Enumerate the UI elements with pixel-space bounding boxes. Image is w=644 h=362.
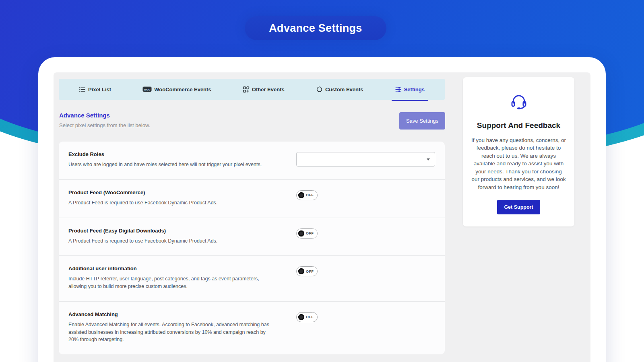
exclude-roles-select[interactable] bbox=[296, 152, 435, 167]
page-title: Advance Settings bbox=[245, 16, 386, 40]
grid-add-icon bbox=[243, 86, 250, 93]
setting-control: OFF bbox=[296, 266, 435, 276]
setting-control: OFF bbox=[296, 312, 435, 322]
toggle-state-label: OFF bbox=[306, 269, 314, 274]
toggle-state-label: OFF bbox=[306, 231, 314, 235]
svg-text:WOO: WOO bbox=[144, 88, 151, 90]
save-settings-button[interactable]: Save Settings bbox=[399, 112, 445, 130]
support-title: Support And Feedback bbox=[477, 121, 560, 130]
toggle-state-label: OFF bbox=[306, 315, 314, 319]
support-card: Support And Feedback If you have any que… bbox=[463, 77, 574, 226]
setting-text: Product Feed (Easy Digital Downloads) A … bbox=[68, 228, 296, 245]
section-title: Advance Settings bbox=[59, 112, 110, 119]
additional-user-info-toggle[interactable]: OFF bbox=[296, 266, 318, 276]
setting-text: Exclude Roles Users who are logged in an… bbox=[68, 151, 296, 169]
setting-row-product-feed-woocommerce: Product Feed (WooCommerce) A Product Fee… bbox=[59, 179, 445, 218]
tab-bar: Pixel List WOO WooCommerce Events Other … bbox=[59, 79, 445, 100]
main-card: Pixel List WOO WooCommerce Events Other … bbox=[38, 57, 606, 362]
setting-row-product-feed-edd: Product Feed (Easy Digital Downloads) A … bbox=[59, 218, 445, 256]
content-panel: Pixel List WOO WooCommerce Events Other … bbox=[54, 72, 590, 362]
tab-label: Settings bbox=[404, 86, 425, 93]
setting-title: Product Feed (Easy Digital Downloads) bbox=[68, 228, 284, 234]
tab-label: WooCommerce Events bbox=[154, 86, 211, 93]
setting-control bbox=[296, 152, 435, 167]
toggle-knob bbox=[298, 268, 304, 274]
setting-description: Include HTTP referrer, user language, po… bbox=[68, 275, 272, 290]
tab-woocommerce-events[interactable]: WOO WooCommerce Events bbox=[142, 79, 211, 100]
toggle-knob bbox=[298, 192, 304, 198]
tab-label: Pixel List bbox=[88, 86, 111, 93]
setting-row-advanced-matching: Advanced Matching Enable Advanced Matchi… bbox=[59, 301, 445, 354]
woo-badge-icon: WOO bbox=[142, 86, 152, 93]
setting-description: A Product Feed is required to use Facebo… bbox=[68, 199, 272, 207]
seal-badge-icon bbox=[316, 86, 323, 93]
settings-list: Exclude Roles Users who are logged in an… bbox=[59, 142, 445, 354]
chevron-down-icon bbox=[427, 158, 430, 160]
product-feed-edd-toggle[interactable]: OFF bbox=[296, 228, 318, 239]
tab-label: Other Events bbox=[252, 86, 285, 93]
setting-title: Product Feed (WooCommerce) bbox=[68, 189, 284, 195]
setting-title: Additional user information bbox=[68, 265, 284, 272]
setting-control: OFF bbox=[296, 190, 435, 200]
sliders-icon bbox=[395, 86, 402, 93]
page-title-text: Advance Settings bbox=[269, 22, 362, 35]
tab-other-events[interactable]: Other Events bbox=[243, 79, 285, 100]
setting-description: Users who are logged in and have roles s… bbox=[68, 161, 272, 169]
setting-title: Advanced Matching bbox=[68, 311, 284, 317]
product-feed-woocommerce-toggle[interactable]: OFF bbox=[296, 190, 318, 200]
toggle-knob bbox=[298, 230, 304, 237]
get-support-button[interactable]: Get Support bbox=[497, 200, 540, 214]
advanced-matching-toggle[interactable]: OFF bbox=[296, 312, 318, 322]
setting-description: A Product Feed is required to use Facebo… bbox=[68, 237, 272, 245]
setting-description: Enable Advanced Matching for all events.… bbox=[68, 321, 272, 343]
list-icon bbox=[79, 86, 86, 93]
headset-icon bbox=[508, 93, 530, 111]
tab-custom-events[interactable]: Custom Events bbox=[316, 79, 363, 100]
tab-label: Custom Events bbox=[325, 86, 363, 93]
setting-title: Exclude Roles bbox=[68, 151, 284, 157]
setting-control: OFF bbox=[296, 228, 435, 239]
setting-row-additional-user-info: Additional user information Include HTTP… bbox=[59, 255, 445, 301]
setting-text: Product Feed (WooCommerce) A Product Fee… bbox=[68, 189, 296, 207]
setting-row-exclude-roles: Exclude Roles Users who are logged in an… bbox=[59, 142, 445, 179]
toggle-state-label: OFF bbox=[306, 193, 314, 197]
setting-text: Additional user information Include HTTP… bbox=[68, 265, 296, 290]
section-subtitle: Select pixel settings from the list belo… bbox=[59, 122, 150, 128]
toggle-knob bbox=[298, 314, 304, 320]
tab-pixel-list[interactable]: Pixel List bbox=[79, 79, 111, 100]
support-body: If you have any questions, concerns, or … bbox=[471, 136, 566, 191]
tab-settings[interactable]: Settings bbox=[395, 79, 425, 100]
setting-text: Advanced Matching Enable Advanced Matchi… bbox=[68, 311, 296, 343]
